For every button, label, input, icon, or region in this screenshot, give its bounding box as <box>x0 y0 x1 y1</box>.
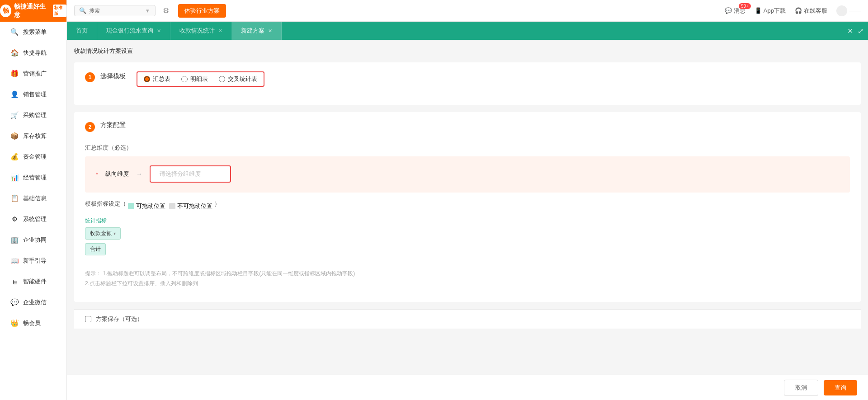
metric-tag-receipt[interactable]: 收款金额 ▾ <box>85 227 121 240</box>
save-checkbox[interactable] <box>85 316 91 322</box>
chat-icon: 💬 <box>10 298 19 306</box>
main-content: 收款情况统计方案设置 1 选择模板 汇总表 <box>67 40 868 400</box>
sidebar-item-newbie[interactable]: 📖 新手引导 <box>0 250 66 271</box>
tab-new-plan-label: 新建方案 <box>241 27 264 35</box>
query-button[interactable]: 查询 <box>824 380 857 395</box>
template-options: 汇总表 明细表 交叉统计表 <box>137 71 264 87</box>
page-container: 收款情况统计方案设置 1 选择模板 汇总表 <box>67 40 868 363</box>
sidebar-item-sales[interactable]: 👤 销售管理 <box>0 84 66 105</box>
legend-fixed: 不可拖动位置 <box>169 202 212 210</box>
tab-home-label: 首页 <box>76 27 88 35</box>
sidebar-item-label: 智能硬件 <box>23 278 47 286</box>
crown-icon: 👑 <box>10 319 19 327</box>
option-summary[interactable]: 汇总表 <box>144 75 170 83</box>
sidebar-item-capital[interactable]: 💰 资金管理 <box>0 146 66 167</box>
online-service-action[interactable]: 🎧 在线客服 <box>795 7 827 15</box>
dim-required-mark: * <box>96 171 98 178</box>
sidebar-item-label: 基础信息 <box>23 194 47 202</box>
sidebar-item-inventory[interactable]: 📦 库存核算 <box>0 126 66 146</box>
sidebar-item-label: 销售管理 <box>23 90 47 99</box>
cart-icon: 🛒 <box>10 111 19 119</box>
app-name: 畅捷通好生意 <box>14 3 48 19</box>
sidebar-item-basic-info[interactable]: 📋 基础信息 <box>0 188 66 209</box>
tab-bank-flow[interactable]: 现金银行流水查询 ✕ <box>97 22 170 40</box>
dim-arrow-icon: → <box>136 170 142 178</box>
sidebar-item-marketing[interactable]: 🎁 营销推广 <box>0 63 66 84</box>
search-input[interactable] <box>89 8 143 14</box>
logo-icon: 畅 <box>0 5 11 17</box>
radio-detail[interactable] <box>181 76 188 82</box>
settings-icon[interactable]: ⚙ <box>163 6 169 15</box>
metrics-label: 模板指标设定（ <box>85 200 126 208</box>
tabbar: 首页 现金银行流水查询 ✕ 收款情况统计 ✕ 新建方案 ✕ ✕ ⤢ <box>67 22 868 40</box>
dimension-label: 汇总维度（必选） <box>85 144 850 152</box>
app-download-action[interactable]: 📱 App下载 <box>755 7 786 15</box>
tab-receipt-stats[interactable]: 收款情况统计 ✕ <box>170 22 232 40</box>
sidebar-item-quick-nav[interactable]: 🏠 快捷导航 <box>0 42 66 63</box>
sidebar-item-search[interactable]: 🔍 搜索菜单 <box>0 22 66 42</box>
sidebar-item-enterprise-collab[interactable]: 🏢 企业协同 <box>0 230 66 250</box>
gear-icon: ⚙ <box>10 215 19 223</box>
sidebar-item-wechat[interactable]: 💬 企业微信 <box>0 292 66 313</box>
trial-button[interactable]: 体验行业方案 <box>178 4 226 18</box>
sidebar: 畅 畅捷通好生意 标准版 🔍 搜索菜单 🏠 快捷导航 🎁 营销推广 👤 销售管理… <box>0 0 67 400</box>
sidebar-item-label: 新手引导 <box>23 257 47 265</box>
metric-section-label: 统计指标 <box>85 217 850 225</box>
tabbar-expand-icon[interactable]: ⤢ <box>858 27 863 35</box>
tabbar-actions: ✕ ⤢ <box>847 27 868 35</box>
pink-zone: * 纵向维度 → 请选择分组维度 <box>85 156 850 193</box>
user-action[interactable]: —— <box>836 5 861 16</box>
metric-area: 统计指标 收款金额 ▾ 合计 <box>85 217 850 257</box>
step1-row: 1 选择模板 汇总表 明细表 <box>85 71 850 87</box>
tab-receipt-close[interactable]: ✕ <box>218 28 222 34</box>
tab-new-plan-close[interactable]: ✕ <box>268 28 272 34</box>
tab-bank-flow-close[interactable]: ✕ <box>157 28 161 34</box>
sidebar-item-label: 营销推广 <box>23 70 47 78</box>
radio-summary[interactable] <box>144 76 150 82</box>
cancel-button[interactable]: 取消 <box>784 380 818 396</box>
tips-line1: 提示： 1.拖动标题栏可以调整布局，不可跨维度或指标区域拖动栏目字段(只能在同一… <box>85 269 850 279</box>
vertical-dim-row: * 纵向维度 → 请选择分组维度 <box>96 165 839 183</box>
step2-label: 方案配置 <box>100 121 126 129</box>
box-icon: 📦 <box>10 132 19 140</box>
monitor-icon: 🖥 <box>10 278 19 286</box>
metric-chevron-icon: ▾ <box>113 231 116 236</box>
sidebar-item-label: 系统管理 <box>23 215 47 223</box>
username-label: —— <box>849 7 861 14</box>
sidebar-item-member[interactable]: 👑 畅会员 <box>0 313 66 334</box>
dim-select-box[interactable]: 请选择分组维度 <box>150 165 231 183</box>
save-label: 方案保存（可选） <box>96 315 143 323</box>
dim-placeholder: 请选择分组维度 <box>160 170 201 177</box>
radio-cross[interactable] <box>219 76 225 82</box>
tab-new-plan[interactable]: 新建方案 ✕ <box>232 22 282 40</box>
tab-bank-flow-label: 现金银行流水查询 <box>106 27 153 35</box>
step2-row: 2 方案配置 <box>85 121 850 135</box>
save-row: 方案保存（可选） <box>74 309 861 329</box>
sidebar-item-purchase[interactable]: 🛒 采购管理 <box>0 105 66 126</box>
tips-line2: 2.点击标题栏下拉可设置排序、插入列和删除列 <box>85 279 850 289</box>
search-icon: 🔍 <box>79 7 86 14</box>
headset-icon: 🎧 <box>795 7 802 14</box>
sidebar-item-label: 畅会员 <box>23 319 41 327</box>
option-detail[interactable]: 明细表 <box>181 75 208 83</box>
option-cross[interactable]: 交叉统计表 <box>219 75 257 83</box>
app-logo: 畅 畅捷通好生意 标准版 <box>0 0 66 22</box>
user-avatar <box>836 5 847 16</box>
message-action[interactable]: 💬 消息 99+ <box>725 7 745 15</box>
sidebar-item-label: 库存核算 <box>23 132 47 140</box>
header-search-box[interactable]: 🔍 ▾ <box>74 5 156 16</box>
tab-home[interactable]: 首页 <box>67 22 97 40</box>
sidebar-item-operation[interactable]: 📊 经营管理 <box>0 167 66 188</box>
step2-num: 2 <box>85 122 95 132</box>
sidebar-item-label: 经营管理 <box>23 174 47 182</box>
legend-draggable-label: 可拖动位置 <box>136 202 165 210</box>
sidebar-item-hardware[interactable]: 🖥 智能硬件 <box>0 271 66 292</box>
legend-fixed-label: 不可拖动位置 <box>177 202 212 210</box>
fixed-icon <box>169 203 175 209</box>
online-service-label: 在线客服 <box>804 7 827 15</box>
step1-content: 选择模板 汇总表 明细表 <box>100 71 264 87</box>
tabbar-close-icon[interactable]: ✕ <box>847 27 853 35</box>
sidebar-item-system[interactable]: ⚙ 系统管理 <box>0 209 66 230</box>
search-menu-icon: 🔍 <box>10 28 19 36</box>
app-download-label: App下载 <box>764 7 786 15</box>
